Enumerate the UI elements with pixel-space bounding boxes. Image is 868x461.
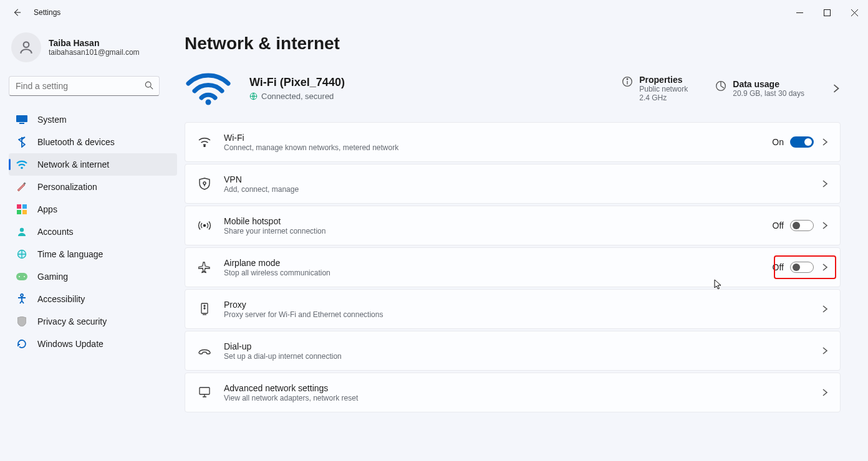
svg-point-31	[204, 305, 205, 307]
nav-label: Personalization	[37, 182, 97, 192]
row-hotspot[interactable]: Mobile hotspotShare your internet connec…	[185, 206, 841, 245]
row-wifi[interactable]: Wi-FiConnect, manage known networks, met…	[185, 122, 841, 162]
properties-line1: Public network	[639, 85, 688, 93]
avatar	[11, 32, 41, 62]
chevron-right-icon[interactable]	[821, 347, 829, 354]
svg-rect-1	[824, 9, 830, 16]
svg-point-20	[21, 294, 23, 297]
row-title: Advanced network settings	[224, 383, 358, 393]
ssid-status: Connected, secured	[261, 92, 334, 101]
user-email: taibahasan101@gmail.com	[49, 48, 140, 57]
row-dialup[interactable]: Dial-upSet up a dial-up internet connect…	[185, 331, 841, 371]
advanced-icon	[198, 386, 211, 399]
proxy-icon	[198, 302, 211, 316]
row-subtitle: Connect, manage known networks, metered …	[224, 143, 398, 152]
nav-label: Gaming	[37, 272, 68, 282]
row-title: Proxy	[224, 300, 383, 310]
chevron-right-icon[interactable]	[821, 138, 829, 146]
time-icon	[16, 249, 27, 260]
data-usage-tile[interactable]: Data usage 20.9 GB, last 30 days	[715, 79, 804, 98]
nav-label: Time & language	[37, 249, 103, 259]
nav-item-system[interactable]: System	[9, 108, 177, 131]
nav-label: Apps	[37, 204, 57, 214]
user-profile[interactable]: Taiba Hasan taibahasan101@gmail.com	[9, 25, 177, 74]
row-proxy[interactable]: ProxyProxy server for Wi-Fi and Ethernet…	[185, 289, 841, 329]
svg-point-29	[204, 225, 206, 227]
main-content: Network & internet Wi-Fi (Pixel_7440) Co…	[177, 25, 868, 414]
properties-tile[interactable]: Properties Public network 2.4 GHz	[622, 75, 688, 102]
nav-item-time[interactable]: Time & language	[9, 243, 177, 265]
svg-rect-8	[19, 123, 24, 124]
svg-rect-7	[16, 115, 27, 122]
personalization-icon	[16, 181, 27, 192]
row-subtitle: View all network adapters, network reset	[224, 394, 358, 402]
svg-point-32	[204, 308, 205, 309]
row-vpn[interactable]: VPNAdd, connect, manage	[185, 164, 841, 204]
system-icon	[16, 114, 27, 125]
apps-icon	[16, 204, 27, 215]
vpn-icon	[198, 177, 211, 191]
row-subtitle: Share your internet connection	[224, 227, 326, 235]
hotspot-icon	[198, 219, 211, 232]
svg-point-19	[24, 276, 25, 277]
hotspot-toggle[interactable]	[790, 220, 814, 231]
dialup-icon	[198, 344, 211, 358]
svg-rect-17	[16, 273, 27, 280]
row-title: Mobile hotspot	[224, 216, 326, 226]
chevron-right-icon[interactable]	[832, 84, 841, 93]
titlebar: Settings	[0, 0, 868, 25]
airplane-toggle[interactable]	[790, 262, 814, 273]
nav-item-network[interactable]: Network & internet	[9, 153, 177, 176]
privacy-icon	[16, 316, 27, 327]
nav-item-privacy[interactable]: Privacy & security	[9, 310, 177, 333]
close-button[interactable]	[841, 2, 868, 22]
chevron-right-icon[interactable]	[821, 389, 829, 396]
ssid-title: Wi-Fi (Pixel_7440)	[249, 76, 345, 89]
svg-point-4	[24, 42, 29, 47]
search-input[interactable]	[9, 76, 160, 96]
properties-title: Properties	[639, 75, 688, 85]
nav-item-personalization[interactable]: Personalization	[9, 176, 177, 198]
row-title: Airplane mode	[224, 258, 330, 268]
svg-point-18	[19, 276, 20, 277]
nav-label: Network & internet	[37, 159, 109, 169]
nav-item-accessibility[interactable]: Accessibility	[9, 288, 177, 310]
maximize-button[interactable]	[813, 2, 841, 22]
chevron-right-icon[interactable]	[821, 222, 829, 229]
network-icon	[16, 159, 27, 170]
wifi-toggle[interactable]	[790, 136, 814, 148]
toggle-label: Off	[773, 262, 784, 272]
row-advanced[interactable]: Advanced network settingsView all networ…	[185, 373, 841, 412]
row-title: Wi-Fi	[224, 133, 398, 143]
nav-label: Bluetooth & devices	[37, 137, 115, 147]
chevron-right-icon[interactable]	[821, 305, 829, 313]
bluetooth-icon	[16, 136, 27, 148]
svg-point-27	[204, 146, 205, 147]
svg-point-15	[20, 228, 24, 232]
chevron-right-icon[interactable]	[821, 180, 829, 188]
nav-item-update[interactable]: Windows Update	[9, 333, 177, 355]
svg-rect-33	[200, 387, 210, 394]
svg-point-5	[145, 82, 151, 87]
wifi-icon	[198, 135, 211, 149]
row-airplane[interactable]: Airplane modeStop all wireless communica…	[185, 247, 841, 287]
minimize-button[interactable]	[786, 2, 813, 22]
chevron-right-icon[interactable]	[821, 264, 829, 271]
update-icon	[16, 338, 27, 349]
toggle-label: Off	[773, 221, 784, 230]
nav-item-accounts[interactable]: Accounts	[9, 221, 177, 243]
airplane-icon	[198, 260, 211, 274]
nav-label: System	[37, 115, 67, 125]
usage-line1: 20.9 GB, last 30 days	[733, 89, 804, 98]
nav-item-bluetooth[interactable]: Bluetooth & devices	[9, 131, 177, 153]
back-button[interactable]	[9, 4, 25, 21]
nav-label: Accounts	[37, 227, 74, 237]
nav-item-gaming[interactable]: Gaming	[9, 265, 177, 288]
gaming-icon	[16, 271, 27, 282]
info-icon	[622, 76, 633, 87]
nav-item-apps[interactable]: Apps	[9, 198, 177, 221]
toggle-label: On	[772, 137, 784, 147]
row-subtitle: Proxy server for Wi-Fi and Ethernet conn…	[224, 310, 383, 319]
search-icon	[145, 81, 153, 90]
globe-icon	[249, 92, 258, 100]
